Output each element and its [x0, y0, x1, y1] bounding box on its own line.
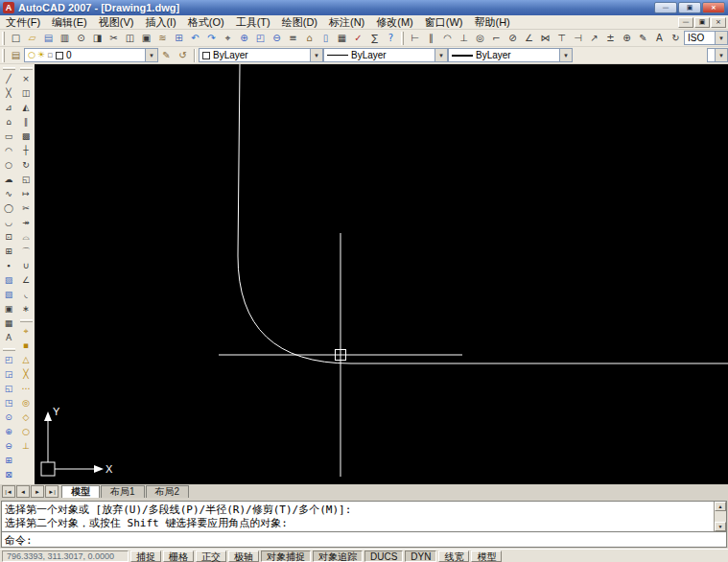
region-button[interactable]: ▣	[1, 302, 17, 316]
quick-dimension-button[interactable]: ⋈	[537, 31, 553, 46]
sheet-set-manager-button[interactable]: ▦	[334, 31, 350, 46]
break-button[interactable]: ⌒	[18, 245, 35, 259]
circle-button[interactable]: ○	[1, 158, 17, 173]
dropdown-arrow-icon[interactable]: ▼	[559, 49, 572, 61]
menu-item[interactable]: 编辑(E)	[46, 15, 93, 29]
save-file-button[interactable]: ▤	[40, 31, 57, 46]
dropdown-arrow-icon[interactable]: ▼	[434, 49, 447, 61]
match-properties-button[interactable]: ≋	[154, 31, 171, 46]
ellipse-button[interactable]: ◯	[1, 201, 17, 216]
rotate-button[interactable]: ↻	[18, 158, 35, 173]
redo-button[interactable]: ↷	[203, 31, 220, 46]
scroll-up-icon[interactable]: ▲	[715, 502, 726, 511]
zoom-previous-button[interactable]: ⊖	[269, 31, 285, 46]
linetype-dropdown[interactable]: ByLayer ▼	[323, 48, 448, 62]
menu-item[interactable]: 文件(F)	[0, 15, 46, 29]
polygon-button[interactable]: ⌂	[1, 115, 17, 129]
new-file-button[interactable]: □	[8, 31, 24, 46]
toolbar-grip[interactable]	[401, 32, 404, 45]
menu-item[interactable]: 插入(I)	[139, 15, 181, 29]
trim-button[interactable]: ✂	[18, 201, 35, 216]
scale-button[interactable]: ◱	[18, 173, 35, 187]
ellipse-arc-button[interactable]: ◡	[1, 216, 17, 230]
publish-button[interactable]: ◨	[89, 31, 106, 46]
paste-button[interactable]: ▣	[138, 31, 154, 46]
pan-realtime-button[interactable]: ⌖	[220, 31, 236, 46]
copy-clip-button[interactable]: ◫	[122, 31, 138, 46]
drawing-canvas[interactable]: YX	[35, 64, 728, 484]
dropdown-arrow-icon[interactable]: ▼	[145, 49, 157, 61]
designcenter-button[interactable]: ⌂	[301, 31, 317, 46]
quickcalc-button[interactable]: ∑	[366, 31, 383, 46]
drawing-viewport[interactable]: YX	[35, 64, 728, 484]
rectangle-button[interactable]: ▭	[1, 129, 17, 144]
table-button[interactable]: ▦	[1, 316, 17, 331]
help-button[interactable]: ?	[383, 31, 399, 46]
tab-nav-button[interactable]: ►|	[45, 485, 59, 498]
window-minimize-button[interactable]: —	[654, 2, 677, 13]
move-button[interactable]: ┼	[18, 144, 35, 158]
snap-extension-button[interactable]: ⋯	[18, 382, 35, 396]
window-close-button[interactable]: ×	[702, 2, 725, 13]
dim-style-dropdown[interactable]: ISO ▼	[684, 31, 728, 45]
spline-button[interactable]: ∿	[1, 187, 17, 201]
lineweight-dropdown[interactable]: ByLayer ▼	[448, 48, 573, 62]
zoom-window-button[interactable]: ◰	[1, 353, 17, 367]
menu-item[interactable]: 绘图(D)	[276, 15, 323, 29]
toolbar-grip[interactable]	[20, 319, 33, 322]
menu-item[interactable]: 视图(V)	[93, 15, 140, 29]
scroll-down-icon[interactable]: ▼	[715, 522, 726, 531]
model-tab[interactable]: 模型	[61, 485, 100, 498]
point-button[interactable]: ∙	[1, 259, 17, 273]
stretch-button[interactable]: ↦	[18, 187, 35, 201]
center-mark-button[interactable]: ⊕	[619, 31, 635, 46]
lineweight-status-button[interactable]: 线宽	[438, 550, 469, 562]
snap-from-button[interactable]: ⌖	[18, 324, 35, 339]
multiline-text-button[interactable]: A	[1, 331, 17, 345]
mirror-button[interactable]: ◭	[18, 101, 35, 115]
zoom-extents-button[interactable]: ⊠	[1, 468, 17, 482]
offset-button[interactable]: ∥	[18, 115, 35, 129]
dropdown-arrow-icon[interactable]: ▼	[715, 49, 727, 61]
line-button[interactable]: ╱	[1, 72, 17, 86]
break-at-point-button[interactable]: ⌓	[18, 230, 35, 245]
osnap-status-button[interactable]: 对象捕捉	[261, 550, 311, 562]
plot-button[interactable]: ▥	[57, 31, 73, 46]
zoom-object-button[interactable]: ⊙	[1, 410, 17, 425]
tolerance-button[interactable]: ±	[602, 31, 619, 46]
dim-continue-button[interactable]: ⊣	[570, 31, 586, 46]
zoom-realtime-button[interactable]: ⊕	[236, 31, 252, 46]
zoom-in-button[interactable]: ⊕	[1, 425, 17, 439]
snap-perpendicular-button[interactable]: ⊥	[18, 439, 35, 454]
markup-set-manager-button[interactable]: ✓	[350, 31, 366, 46]
hatch-button[interactable]: ▨	[1, 273, 17, 288]
erase-button[interactable]: ×	[18, 72, 35, 86]
layer-dropdown[interactable]: ○ ☀ ▫ 0 ▼	[24, 48, 158, 62]
layer-properties-manager-button[interactable]: ▤	[8, 48, 24, 63]
revision-cloud-button[interactable]: ☁	[1, 173, 17, 187]
snap-tangent-button[interactable]: ○	[18, 425, 35, 439]
layout2-tab[interactable]: 布局2	[146, 485, 190, 498]
extend-button[interactable]: ↠	[18, 216, 35, 230]
color-dropdown[interactable]: ByLayer ▼	[199, 48, 323, 62]
zoom-all-button[interactable]: ⊞	[1, 454, 17, 468]
command-input-row[interactable]: 命令:	[1, 532, 727, 548]
dim-radius-button[interactable]: ◎	[472, 31, 488, 46]
make-block-button[interactable]: ⊞	[1, 245, 17, 259]
command-scrollbar[interactable]: ▲ ▼	[714, 502, 726, 531]
snap-status-button[interactable]: 捕捉	[130, 550, 161, 562]
make-object-layer-current-button[interactable]: ✎	[158, 48, 175, 63]
copy-button[interactable]: ◫	[18, 86, 35, 101]
toolbar-grip[interactable]	[2, 32, 5, 45]
dim-update-button[interactable]: ↻	[668, 31, 684, 46]
menu-item[interactable]: 窗口(W)	[419, 15, 469, 29]
dim-arc-length-button[interactable]: ◠	[439, 31, 456, 46]
dim-diameter-button[interactable]: ⊘	[505, 31, 521, 46]
cut-button[interactable]: ✂	[106, 31, 122, 46]
zoom-scale-button[interactable]: ◱	[1, 382, 17, 396]
dim-text-edit-button[interactable]: A	[651, 31, 668, 46]
dim-baseline-button[interactable]: ⊤	[553, 31, 570, 46]
scrollbar-track[interactable]	[715, 511, 726, 522]
menu-item[interactable]: 格式(O)	[182, 15, 230, 29]
open-file-button[interactable]: ▱	[24, 31, 40, 46]
